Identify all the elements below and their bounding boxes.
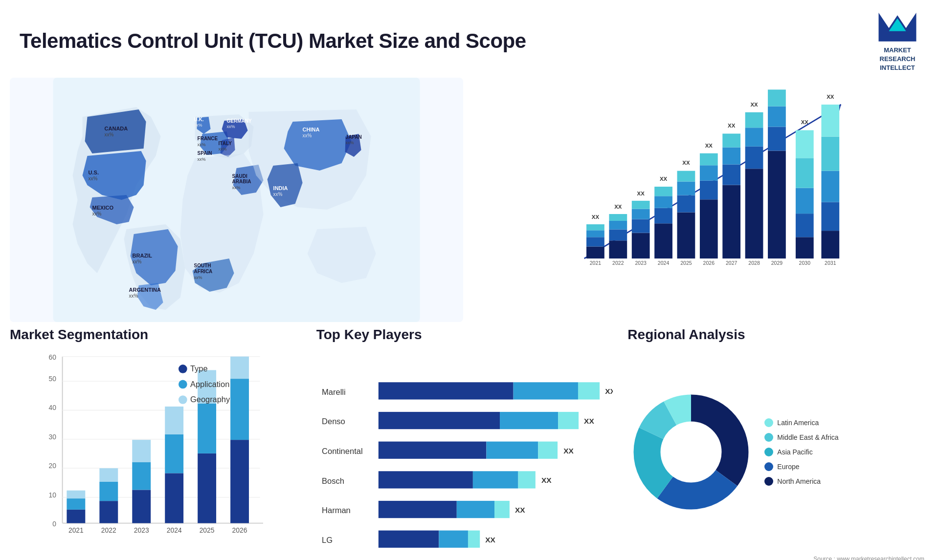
svg-text:0: 0 <box>52 519 56 527</box>
svg-rect-101 <box>822 171 840 202</box>
svg-rect-41 <box>586 224 604 230</box>
svg-rect-172 <box>379 500 457 517</box>
svg-rect-81 <box>745 146 763 169</box>
svg-rect-125 <box>99 501 118 523</box>
key-players-title: Top Key Players <box>316 327 613 343</box>
svg-rect-50 <box>632 233 650 258</box>
svg-rect-71 <box>700 153 718 165</box>
svg-rect-159 <box>558 411 579 429</box>
svg-rect-87 <box>768 127 786 151</box>
svg-rect-89 <box>768 89 786 106</box>
regional-title: Regional Analysis <box>627 327 924 343</box>
svg-text:2022: 2022 <box>101 526 116 534</box>
svg-rect-129 <box>132 490 151 523</box>
svg-rect-152 <box>379 382 514 399</box>
svg-rect-74 <box>722 185 740 258</box>
key-players-section: Top Key Players Marelli XX Denso XX Cont… <box>312 327 618 560</box>
svg-text:xx%: xx% <box>198 142 206 147</box>
svg-text:MEXICO: MEXICO <box>92 205 114 211</box>
svg-text:INDIA: INDIA <box>273 185 288 191</box>
svg-text:SOUTH: SOUTH <box>194 263 211 268</box>
svg-text:SPAIN: SPAIN <box>198 151 212 156</box>
svg-text:FRANCE: FRANCE <box>198 136 218 141</box>
svg-rect-154 <box>578 382 600 399</box>
source-text: Source : www.marketresearchintellect.com <box>627 556 924 560</box>
svg-text:XX: XX <box>682 160 690 166</box>
regional-analysis-section: Regional Analysis <box>623 327 929 560</box>
svg-text:LG: LG <box>322 536 333 545</box>
svg-rect-158 <box>500 411 558 429</box>
svg-text:2025: 2025 <box>680 260 692 266</box>
svg-rect-102 <box>822 136 840 171</box>
legend-latin-america: Latin America <box>777 419 819 427</box>
svg-rect-100 <box>822 202 840 231</box>
logo-icon <box>875 10 919 44</box>
svg-text:GERMANY: GERMANY <box>227 118 252 124</box>
svg-text:Denso: Denso <box>322 417 345 426</box>
svg-rect-52 <box>632 209 650 219</box>
svg-text:xx%: xx% <box>194 275 202 280</box>
svg-text:xx%: xx% <box>198 157 206 162</box>
svg-text:XX: XX <box>614 203 622 209</box>
legend-asia-pacific: Asia Pacific <box>777 448 812 456</box>
svg-text:2021: 2021 <box>590 260 602 266</box>
svg-rect-46 <box>609 221 627 230</box>
svg-point-149 <box>179 395 187 404</box>
svg-rect-58 <box>654 196 672 208</box>
svg-rect-179 <box>468 530 480 547</box>
svg-rect-131 <box>132 440 151 462</box>
svg-text:Continental: Continental <box>322 447 363 456</box>
svg-rect-153 <box>513 382 578 399</box>
svg-rect-141 <box>230 440 249 523</box>
svg-rect-126 <box>99 482 118 501</box>
page-title: Telematics Control Unit (TCU) Market Siz… <box>20 29 526 53</box>
svg-rect-164 <box>538 441 558 458</box>
svg-text:Marelli: Marelli <box>322 387 346 396</box>
world-map-svg: CANADA xx% U.S. xx% MEXICO xx% BRAZIL xx… <box>10 78 463 322</box>
svg-rect-51 <box>632 219 650 233</box>
svg-rect-99 <box>822 231 840 258</box>
svg-rect-173 <box>456 500 494 517</box>
svg-rect-94 <box>796 188 814 214</box>
svg-rect-64 <box>677 181 695 195</box>
svg-rect-53 <box>632 200 650 209</box>
top-row: CANADA xx% U.S. xx% MEXICO xx% BRAZIL xx… <box>0 78 939 322</box>
svg-rect-40 <box>586 230 604 237</box>
svg-rect-138 <box>198 403 216 453</box>
svg-text:XX: XX <box>515 506 525 514</box>
svg-rect-123 <box>67 490 85 498</box>
svg-rect-63 <box>677 195 695 212</box>
svg-rect-47 <box>609 214 627 221</box>
svg-text:2028: 2028 <box>749 260 760 266</box>
growth-chart-svg: XX 2021 XX 2022 XX 2023 XX 2024 <box>502 87 915 293</box>
svg-text:xx%: xx% <box>219 147 227 151</box>
svg-text:XX: XX <box>605 387 613 395</box>
svg-rect-59 <box>654 187 672 196</box>
logo-text: MARKET RESEARCH INTELLECT <box>880 46 916 73</box>
svg-text:2023: 2023 <box>635 260 647 266</box>
svg-rect-65 <box>677 171 695 181</box>
svg-text:XX: XX <box>728 123 736 129</box>
svg-text:Geography: Geography <box>190 395 230 404</box>
svg-text:AFRICA: AFRICA <box>194 269 213 274</box>
svg-rect-157 <box>379 411 500 429</box>
svg-rect-39 <box>586 237 604 246</box>
svg-text:XX: XX <box>801 119 809 125</box>
svg-text:10: 10 <box>49 491 57 498</box>
logo-area: MARKET RESEARCH INTELLECT <box>875 10 919 73</box>
svg-text:xx%: xx% <box>232 185 241 190</box>
svg-rect-38 <box>586 246 604 258</box>
svg-text:2026: 2026 <box>703 260 715 266</box>
svg-text:xx%: xx% <box>92 211 102 216</box>
legend-europe: Europe <box>777 463 799 471</box>
svg-text:2021: 2021 <box>68 526 84 534</box>
world-map-container: CANADA xx% U.S. xx% MEXICO xx% BRAZIL xx… <box>10 78 463 322</box>
svg-text:XX: XX <box>773 87 781 88</box>
svg-text:U.K.: U.K. <box>194 117 204 122</box>
svg-point-147 <box>179 380 187 388</box>
svg-rect-56 <box>654 223 672 258</box>
svg-text:XX: XX <box>485 535 495 543</box>
svg-text:xx%: xx% <box>227 124 235 129</box>
svg-rect-177 <box>379 530 439 547</box>
growth-chart-container: XX 2021 XX 2022 XX 2023 XX 2024 <box>473 78 929 322</box>
